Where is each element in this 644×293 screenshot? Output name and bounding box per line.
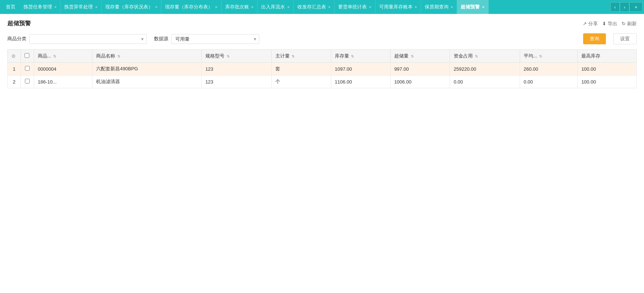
- sort-name-icon: ⇅: [117, 54, 120, 58]
- datasource-select-wrapper: 可用量: [171, 34, 259, 44]
- col-header-maxstock: 最高库存: [578, 50, 637, 63]
- row-name-0: 六配套新昌490BPG: [92, 63, 202, 75]
- page-content: 超储预警 ↗ 分享 ⬇ 导出 ↻ 刷新 商品分类: [0, 14, 644, 293]
- col-header-checkbox[interactable]: [21, 50, 34, 63]
- row-maxstock-0: 100.00: [578, 63, 637, 75]
- nav-tab-7[interactable]: 要货单统计表 ×: [334, 0, 375, 14]
- nav-tab-4[interactable]: 库存批次账 ×: [222, 0, 257, 14]
- close-tab-5[interactable]: ×: [287, 5, 289, 9]
- close-tab-2[interactable]: ×: [155, 5, 157, 9]
- data-table: ⚙ 商品... ⇅ 商品名称 ⇅ 规格型号 ⇅ 主计量: [7, 49, 637, 88]
- table-header-row: ⚙ 商品... ⇅ 商品名称 ⇅ 规格型号 ⇅ 主计量: [8, 50, 637, 63]
- nav-prev-button[interactable]: ‹: [610, 2, 620, 12]
- row-avg-1: 0.00: [520, 75, 577, 88]
- settings-button[interactable]: 设置: [613, 33, 637, 44]
- nav-tab-1[interactable]: 拣货异常处理 ×: [61, 0, 101, 14]
- datasource-filter: 数据源 可用量: [154, 34, 259, 44]
- row-checkbox-0[interactable]: [21, 63, 34, 75]
- nav-home[interactable]: 首页: [1, 4, 20, 10]
- col-header-unit[interactable]: 主计量 ⇅: [271, 50, 331, 63]
- page-header: 超储预警 ↗ 分享 ⬇ 导出 ↻ 刷新: [7, 20, 637, 27]
- refresh-button[interactable]: ↻ 刷新: [622, 21, 637, 27]
- close-tab-4[interactable]: ×: [251, 5, 253, 9]
- settings-gear-icon[interactable]: ⚙: [11, 53, 16, 59]
- row-capital-1: 0.00: [450, 75, 520, 88]
- sort-stock-icon: ⇅: [351, 54, 354, 58]
- sort-unit-icon: ⇅: [292, 54, 294, 58]
- nav-tab-8[interactable]: 可用量库存账本 ×: [376, 0, 421, 14]
- nav-tab-2[interactable]: 现存量（库存状况表） ×: [102, 0, 161, 14]
- close-tab-9[interactable]: ×: [451, 5, 453, 9]
- row-code-1: 186-10...: [34, 75, 92, 88]
- row-maxstock-1: 100.00: [578, 75, 637, 88]
- sort-spec-icon: ⇅: [227, 54, 230, 58]
- sort-overstock-icon: ⇅: [411, 54, 414, 58]
- close-tab-10[interactable]: ×: [482, 5, 484, 9]
- row-unit-0: 套: [271, 63, 331, 75]
- nav-tab-3[interactable]: 现存量（库存分布表） ×: [161, 0, 221, 14]
- nav-tab-10[interactable]: 超储预警 ×: [457, 0, 488, 14]
- row-spec-0: 123: [201, 63, 271, 75]
- row-capital-0: 259220.00: [450, 63, 520, 75]
- nav-close-button[interactable]: ×: [629, 2, 643, 12]
- col-header-capital[interactable]: 资金占用 ⇅: [450, 50, 520, 63]
- nav-tab-5[interactable]: 出入库流水 ×: [257, 0, 293, 14]
- close-tab-3[interactable]: ×: [215, 5, 217, 9]
- datasource-label: 数据源: [154, 36, 168, 42]
- nav-tab-0[interactable]: 拣货任务管理 ×: [20, 0, 61, 14]
- col-header-name[interactable]: 商品名称 ⇅: [92, 50, 202, 63]
- share-button[interactable]: ↗ 分享: [583, 21, 598, 27]
- row-stock-1: 1106.00: [331, 75, 390, 88]
- datasource-select[interactable]: 可用量: [171, 34, 259, 44]
- row-overstock-1: 1006.00: [390, 75, 450, 88]
- export-button[interactable]: ⬇ 导出: [602, 21, 617, 27]
- nav-tab-6[interactable]: 收发存汇总表 ×: [294, 0, 334, 14]
- sort-capital-icon: ⇅: [475, 54, 478, 58]
- page-actions: ↗ 分享 ⬇ 导出 ↻ 刷新: [583, 21, 637, 27]
- row-checkbox-1[interactable]: [21, 75, 34, 88]
- row-select-1[interactable]: [25, 79, 30, 84]
- query-button[interactable]: 查询: [583, 33, 606, 44]
- row-unit-1: 个: [271, 75, 331, 88]
- sort-avg-icon: ⇅: [539, 54, 542, 58]
- category-filter: 商品分类: [7, 34, 147, 44]
- table-row: 1 0000004 六配套新昌490BPG 123 套 1097.00 997.…: [8, 63, 637, 75]
- page-title: 超储预警: [7, 20, 31, 27]
- select-all-checkbox[interactable]: [25, 53, 29, 58]
- nav-arrows: ‹ › ×: [610, 2, 643, 12]
- row-spec-1: 123: [201, 75, 271, 88]
- refresh-icon: ↻: [622, 21, 626, 26]
- share-icon: ↗: [583, 21, 587, 26]
- row-code-0: 0000004: [34, 63, 92, 75]
- table-row: 2 186-10... 机油滤清器 123 个 1106.00 1006.00 …: [8, 75, 637, 88]
- nav-next-button[interactable]: ›: [620, 2, 629, 12]
- row-avg-0: 260.00: [520, 63, 577, 75]
- col-header-overstock[interactable]: 超储量 ⇅: [390, 50, 450, 63]
- sort-code-icon: ⇅: [53, 54, 56, 58]
- close-tab-6[interactable]: ×: [328, 5, 330, 9]
- row-num-1: 2: [8, 75, 21, 88]
- filter-row: 商品分类 数据源 可用量 查询 设置: [7, 33, 637, 44]
- row-select-0[interactable]: [25, 66, 30, 71]
- row-stock-0: 1097.00: [331, 63, 390, 75]
- nav-tab-9[interactable]: 保质期查询 ×: [421, 0, 457, 14]
- top-navigation: 首页 拣货任务管理 × 拣货异常处理 × 现存量（库存状况表） × 现存量（库存…: [0, 0, 644, 14]
- category-label: 商品分类: [7, 36, 26, 42]
- row-overstock-0: 997.00: [390, 63, 450, 75]
- export-icon: ⬇: [602, 21, 606, 26]
- col-header-code[interactable]: 商品... ⇅: [34, 50, 92, 63]
- col-header-spec[interactable]: 规格型号 ⇅: [201, 50, 271, 63]
- close-tab-8[interactable]: ×: [415, 5, 417, 9]
- close-tab-1[interactable]: ×: [95, 5, 97, 9]
- category-select[interactable]: [29, 34, 147, 44]
- row-name-1: 机油滤清器: [92, 75, 202, 88]
- col-header-gear[interactable]: ⚙: [8, 50, 21, 63]
- col-header-avg[interactable]: 平均... ⇅: [520, 50, 577, 63]
- close-tab-0[interactable]: ×: [54, 5, 56, 9]
- row-num-0: 1: [8, 63, 21, 75]
- category-select-wrapper: [29, 34, 147, 44]
- col-header-stock[interactable]: 库存量 ⇅: [331, 50, 390, 63]
- close-tab-7[interactable]: ×: [369, 5, 371, 9]
